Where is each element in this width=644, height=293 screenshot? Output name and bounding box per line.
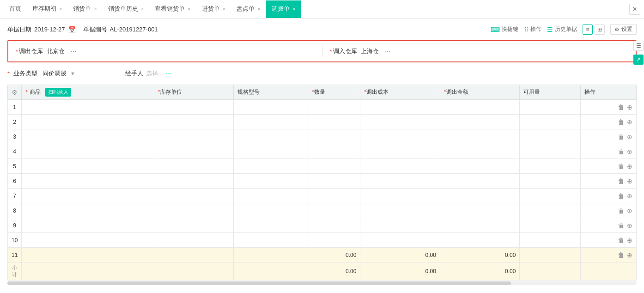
cell-cost-3[interactable] [360,129,440,144]
view-toggle-grid-button[interactable]: ⊞ [595,24,605,35]
cell-available-8[interactable] [520,203,580,218]
cell-qty-3[interactable] [308,129,360,144]
transfer-out-value[interactable]: 北京仓 [47,47,65,55]
cell-qty-5[interactable] [308,159,360,174]
cell-spec-3[interactable] [234,129,308,144]
delete-icon-7[interactable]: 🗑 [618,192,624,200]
cell-available-4[interactable] [520,144,580,159]
cell-unit-2[interactable] [154,115,234,129]
tab-view-sales[interactable]: 查看销货单 × [149,0,196,18]
cell-product-4[interactable] [22,144,154,159]
cell-amount-5[interactable] [440,159,520,174]
settings-button[interactable]: ⚙ 设置 [610,24,637,35]
copy-icon-3[interactable]: ⊕ [627,133,632,140]
cell-product-8[interactable] [22,203,154,218]
cell-spec-8[interactable] [234,203,308,218]
sidebar-expand-button[interactable]: ↗ [633,55,644,65]
calendar-icon[interactable]: 📅 [68,26,76,33]
cell-spec-10[interactable] [234,233,308,248]
copy-icon-5[interactable]: ⊕ [627,163,632,170]
shortcut-button[interactable]: ⌨ 快捷键 [491,25,518,33]
cell-product-11[interactable] [22,248,154,262]
date-value[interactable]: 2019-12-27 [34,26,65,33]
cell-cost-4[interactable] [360,144,440,159]
delete-icon-1[interactable]: 🗑 [618,104,624,111]
close-tab-inventory-init[interactable]: × [59,6,62,12]
cell-amount-7[interactable] [440,189,520,203]
delete-icon-5[interactable]: 🗑 [618,163,624,170]
cell-cost-10[interactable] [360,233,440,248]
cell-available-11[interactable] [520,248,580,262]
person-select[interactable]: 选择... [146,69,163,78]
cell-cost-9[interactable] [360,218,440,233]
transfer-in-more-button[interactable]: ··· [384,47,390,55]
cell-unit-10[interactable] [154,233,234,248]
cell-spec-7[interactable] [234,189,308,203]
copy-icon-7[interactable]: ⊕ [627,192,632,200]
cell-unit-3[interactable] [154,129,234,144]
cell-spec-2[interactable] [234,115,308,129]
cell-amount-6[interactable] [440,174,520,189]
tab-inventory[interactable]: 盘点单 × [231,0,266,18]
copy-icon-9[interactable]: ⊕ [627,222,632,229]
cell-cost-2[interactable] [360,115,440,129]
tab-inventory-init[interactable]: 库存期初 × [27,0,67,18]
cell-available-7[interactable] [520,189,580,203]
copy-icon-8[interactable]: ⊕ [627,207,632,214]
cell-spec-1[interactable] [234,100,308,115]
copy-icon-10[interactable]: ⊕ [627,237,632,244]
cell-unit-11[interactable] [154,248,234,262]
cell-unit-4[interactable] [154,144,234,159]
copy-icon-6[interactable]: ⊕ [627,177,632,185]
cell-cost-8[interactable] [360,203,440,218]
delete-icon-8[interactable]: 🗑 [618,207,624,214]
cell-spec-9[interactable] [234,218,308,233]
cell-product-6[interactable] [22,174,154,189]
cell-cost-7[interactable] [360,189,440,203]
cell-product-3[interactable] [22,129,154,144]
biz-type-dropdown[interactable]: 同价调拨 ▼ [40,68,114,79]
tab-home[interactable]: 首页 [4,0,27,18]
cell-unit-6[interactable] [154,174,234,189]
scan-entry-button[interactable]: 扫码录入 [45,88,71,97]
cell-qty-9[interactable] [308,218,360,233]
cell-amount-9[interactable] [440,218,520,233]
close-all-tabs-button[interactable]: × [629,4,640,15]
copy-icon-4[interactable]: ⊕ [627,148,632,155]
operation-button[interactable]: ⠿ 操作 [524,25,541,33]
delete-icon-4[interactable]: 🗑 [618,148,624,155]
cell-unit-7[interactable] [154,189,234,203]
cell-product-10[interactable] [22,233,154,248]
cell-product-9[interactable] [22,218,154,233]
cell-available-2[interactable] [520,115,580,129]
cell-qty-6[interactable] [308,174,360,189]
view-toggle-list-button[interactable]: ≡ [583,24,593,35]
cell-cost-11[interactable]: 0.00 [360,248,440,262]
cell-spec-4[interactable] [234,144,308,159]
close-tab-transfer[interactable]: × [292,6,295,12]
cell-spec-11[interactable] [234,248,308,262]
cell-cost-6[interactable] [360,174,440,189]
cell-available-9[interactable] [520,218,580,233]
cell-available-10[interactable] [520,233,580,248]
sidebar-doc-button[interactable]: ☰ [633,41,644,51]
cell-qty-8[interactable] [308,203,360,218]
cell-amount-8[interactable] [440,203,520,218]
copy-icon-2[interactable]: ⊕ [627,118,632,126]
cell-available-3[interactable] [520,129,580,144]
close-tab-sales-order[interactable]: × [94,6,97,12]
copy-icon-11[interactable]: ⊕ [627,251,632,259]
close-tab-inventory[interactable]: × [257,6,260,12]
cell-amount-3[interactable] [440,129,520,144]
delete-icon-2[interactable]: 🗑 [618,118,624,126]
close-tab-sales-history[interactable]: × [141,6,144,12]
cell-product-5[interactable] [22,159,154,174]
delete-icon-3[interactable]: 🗑 [618,133,624,140]
cell-amount-2[interactable] [440,115,520,129]
table-settings-icon[interactable]: ⚙ [12,89,18,96]
delete-icon-10[interactable]: 🗑 [618,237,624,244]
cell-unit-9[interactable] [154,218,234,233]
delete-icon-6[interactable]: 🗑 [618,177,624,185]
delete-icon-11[interactable]: 🗑 [618,251,624,259]
cell-product-2[interactable] [22,115,154,129]
